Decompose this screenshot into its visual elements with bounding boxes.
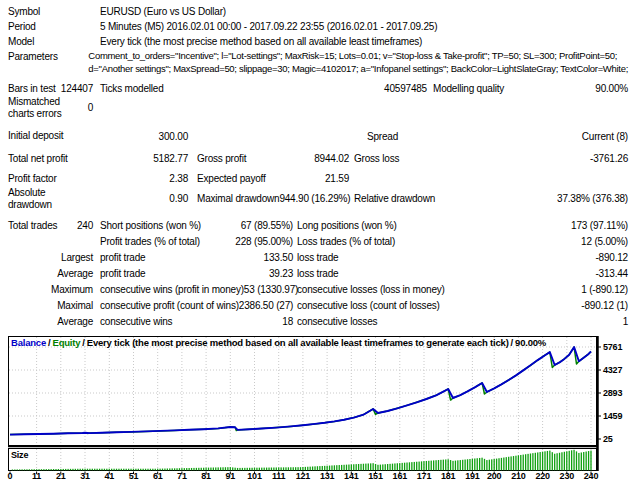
size-bar (542, 452, 543, 471)
size-bar (145, 469, 146, 471)
spread-value: Current (8) (582, 131, 628, 142)
size-bar (583, 452, 584, 470)
size-bar (111, 469, 112, 471)
size-bar (191, 468, 192, 470)
size-bar (566, 451, 567, 470)
size-bar (397, 463, 398, 470)
size-bar (474, 458, 475, 470)
size-bar (506, 457, 507, 470)
size-bar (351, 464, 352, 470)
size-bar (264, 468, 265, 471)
size-bar (363, 464, 364, 471)
row-label: loss trade (297, 252, 338, 263)
size-bar (288, 467, 289, 470)
max-consec-losses-value: 1 (-890.12) (581, 284, 628, 295)
size-bar (387, 464, 388, 470)
size-bar (525, 454, 526, 470)
size-bar (450, 460, 451, 470)
size-bar (140, 469, 141, 471)
size-bar (181, 468, 182, 470)
row-profit-trades: Profit trades (% of total)228 (95.00%) L… (8, 233, 628, 249)
legend-equity: Equity (53, 337, 81, 348)
size-bar (336, 465, 337, 470)
row-label: Long positions (won %) (297, 220, 397, 231)
row-label: Maximal drawdown (197, 193, 279, 204)
size-bar (455, 461, 456, 471)
size-bar (143, 469, 144, 471)
size-bar (113, 469, 114, 471)
legend-method: Every tick (the most precise method base… (87, 337, 509, 348)
gross-profit-value: 8944.02 (314, 153, 349, 164)
size-bar (12, 469, 13, 470)
row-label: consecutive wins (100, 316, 172, 327)
row-label: loss trade (297, 268, 338, 279)
mismatched-value: 0 (88, 102, 93, 113)
y-tick-label: 4327 (603, 365, 622, 375)
size-bar (457, 460, 458, 470)
deposit-value: 300.00 (159, 131, 188, 142)
symbol-value: EURUSD (Euro vs US Dollar) (100, 6, 628, 17)
size-bar (210, 468, 211, 471)
size-bar (452, 461, 453, 470)
legend-separator: / (511, 337, 513, 348)
size-bar (242, 468, 243, 470)
size-bar (271, 468, 272, 471)
size-bar (399, 463, 400, 470)
ticks-value: 40597485 (384, 83, 427, 94)
row-label: profit trade (100, 268, 145, 279)
size-bar (556, 453, 557, 470)
size-bar (586, 452, 587, 471)
row-average-trade: Average profit trade39.23 loss trade-313… (8, 265, 628, 281)
equity-curve-chart[interactable]: 2514592893432757610112131415161718191101… (0, 333, 640, 480)
size-bar (17, 469, 18, 470)
size-bar (588, 451, 589, 470)
size-bar (331, 465, 332, 470)
size-bar (55, 469, 56, 470)
size-bar (532, 453, 533, 470)
size-bar (150, 469, 151, 471)
maximal-profit-value: 2386.50 (27) (239, 300, 293, 311)
size-bar (464, 460, 465, 471)
size-bar (162, 469, 163, 471)
size-bar (38, 469, 39, 470)
row-average-consecutive: Average consecutive wins18 consecutive l… (8, 313, 628, 329)
short-positions-value: 67 (89.55%) (241, 220, 293, 231)
row-total-trades: Total trades240 Short positions (won %)6… (8, 217, 628, 233)
size-bar (51, 469, 52, 470)
spread-label: Spread (354, 131, 398, 142)
row-period: Period 5 Minutes (M5) 2016.02.01 00:00 -… (8, 19, 628, 34)
row-maximum-consecutive: Maximum consecutive wins (profit in mone… (8, 281, 628, 297)
size-bar (518, 455, 519, 470)
size-bar (394, 463, 395, 470)
size-bar (341, 465, 342, 470)
equity-curve-chart-area[interactable]: 2514592893432757610112131415161718191101… (0, 333, 640, 480)
size-bar (159, 469, 160, 471)
size-bar (276, 467, 277, 470)
size-bar (440, 460, 441, 470)
size-bar (310, 467, 311, 471)
size-bar (41, 469, 42, 470)
size-bar (389, 464, 390, 470)
size-bar (433, 460, 434, 470)
size-bar (60, 469, 61, 470)
size-bar (423, 461, 424, 470)
size-bar (576, 451, 577, 470)
size-bar (382, 464, 383, 470)
size-bar (92, 469, 93, 471)
size-bar (392, 464, 393, 471)
size-bar (169, 468, 170, 470)
size-bar (106, 469, 107, 471)
size-bar (126, 469, 127, 471)
size-bar (75, 469, 76, 471)
row-maximal-consecutive: Maximal consecutive profit (count of win… (8, 297, 628, 313)
size-bar (94, 469, 95, 471)
size-bar (295, 467, 296, 470)
size-bar (375, 464, 376, 470)
size-bar (99, 469, 100, 471)
size-bar (147, 469, 148, 471)
size-bar (201, 468, 202, 471)
size-bar (155, 469, 156, 471)
row-label: Modelling quality (433, 83, 504, 94)
size-bar (63, 469, 64, 470)
size-bar (167, 468, 168, 470)
